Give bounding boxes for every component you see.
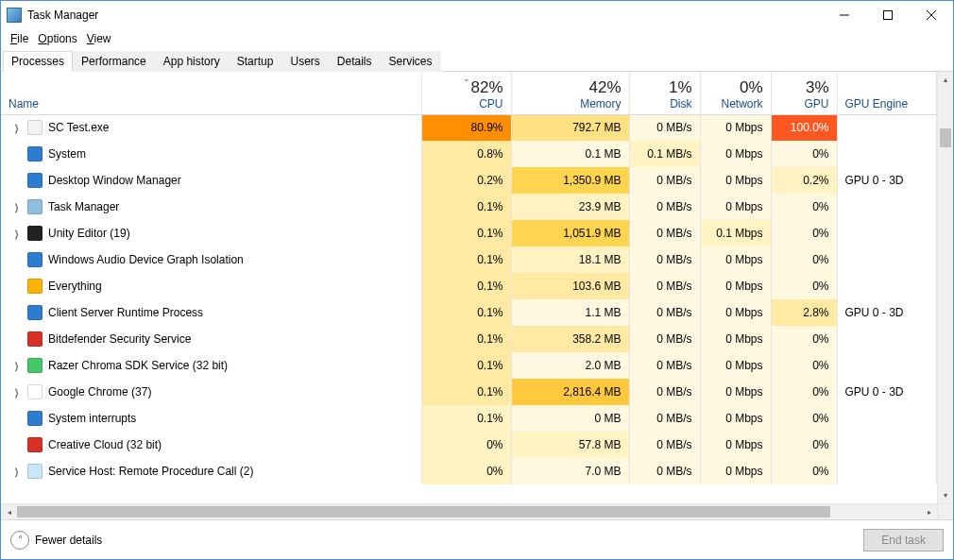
process-icon <box>27 411 43 426</box>
process-name-cell[interactable]: ❯Windows Audio Device Graph Isolation <box>1 246 421 273</box>
cpu-cell: 0.1% <box>421 273 511 299</box>
memory-cell: 1,350.9 MB <box>511 167 629 194</box>
tab-users[interactable]: Users <box>281 51 328 72</box>
table-row[interactable]: ❯Desktop Window Manager0.2%1,350.9 MB0 M… <box>1 167 937 194</box>
gpu-cell: 0% <box>771 326 837 352</box>
tab-startup[interactable]: Startup <box>229 51 282 72</box>
app-icon <box>7 8 22 23</box>
gpu-engine-cell <box>837 246 937 273</box>
network-cell: 0 Mbps <box>700 352 771 379</box>
process-name-cell[interactable]: ❯Bitdefender Security Service <box>1 326 421 352</box>
process-table-wrap: Name ⌄ 82% CPU 42% Memory 1% <box>1 72 953 503</box>
process-name-cell[interactable]: ❯Razer Chroma SDK Service (32 bit) <box>1 352 421 379</box>
tab-app-history[interactable]: App history <box>155 51 229 72</box>
scroll-down-button[interactable]: ▾ <box>938 487 953 503</box>
col-header-network[interactable]: 0% Network <box>700 72 771 114</box>
table-row[interactable]: ❯System interrupts0.1%0 MB0 MB/s0 Mbps0% <box>1 405 937 432</box>
scroll-up-button[interactable]: ▴ <box>938 72 953 88</box>
col-header-gpu[interactable]: 3% GPU <box>771 72 837 114</box>
gpu-engine-cell <box>837 458 937 484</box>
process-name-cell[interactable]: ❯Google Chrome (37) <box>1 379 421 405</box>
process-name-cell[interactable]: ❯System interrupts <box>1 405 421 432</box>
process-name-cell[interactable]: ❯Task Manager <box>1 194 421 220</box>
tab-processes[interactable]: Processes <box>3 51 73 72</box>
scroll-left-button[interactable]: ◂ <box>1 504 17 519</box>
table-row[interactable]: ❯Task Manager0.1%23.9 MB0 MB/s0 Mbps0% <box>1 194 937 220</box>
process-name-label: Bitdefender Security Service <box>48 332 191 346</box>
expand-chevron-icon[interactable]: ❯ <box>12 387 19 398</box>
memory-cell: 18.1 MB <box>511 246 629 273</box>
process-name-label: Windows Audio Device Graph Isolation <box>48 253 244 266</box>
sort-descending-icon: ⌄ <box>463 74 470 83</box>
fewer-details-button[interactable]: ˄ Fewer details <box>10 531 102 550</box>
expand-chevron-icon[interactable]: ❯ <box>12 123 19 133</box>
task-manager-window: Task Manager File Options View Processes… <box>0 0 954 560</box>
process-name-cell[interactable]: ❯Unity Editor (19) <box>1 220 421 246</box>
scroll-right-button[interactable]: ▸ <box>921 504 937 519</box>
table-row[interactable]: ❯Bitdefender Security Service0.1%358.2 M… <box>1 326 937 352</box>
expand-chevron-icon[interactable]: ❯ <box>12 467 19 477</box>
col-header-name[interactable]: Name <box>1 72 421 114</box>
process-icon <box>27 252 43 267</box>
table-row[interactable]: ❯Google Chrome (37)0.1%2,816.4 MB0 MB/s0… <box>1 379 937 405</box>
table-row[interactable]: ❯Everything0.1%103.6 MB0 MB/s0 Mbps0% <box>1 273 937 299</box>
table-row[interactable]: ❯Razer Chroma SDK Service (32 bit)0.1%2.… <box>1 352 937 379</box>
gpu-engine-cell <box>837 326 937 352</box>
process-name-cell[interactable]: ❯Creative Cloud (32 bit) <box>1 432 421 458</box>
menu-view[interactable]: View <box>83 30 115 47</box>
tab-details[interactable]: Details <box>329 51 381 72</box>
menu-file[interactable]: File <box>7 30 32 47</box>
col-header-memory[interactable]: 42% Memory <box>511 72 629 114</box>
process-table-scroll[interactable]: Name ⌄ 82% CPU 42% Memory 1% <box>1 72 937 503</box>
process-icon <box>27 120 43 135</box>
process-name-cell[interactable]: ❯Desktop Window Manager <box>1 167 421 194</box>
disk-cell: 0 MB/s <box>629 458 700 484</box>
process-name-cell[interactable]: ❯System <box>1 141 421 167</box>
end-task-button[interactable]: End task <box>863 529 944 552</box>
expand-chevron-icon[interactable]: ❯ <box>12 361 19 371</box>
process-name-cell[interactable]: ❯Service Host: Remote Procedure Call (2) <box>1 458 421 484</box>
scroll-thumb[interactable] <box>940 128 951 147</box>
gpu-cell: 0% <box>771 379 837 405</box>
gpu-cell: 0% <box>771 352 837 379</box>
table-row[interactable]: ❯Service Host: Remote Procedure Call (2)… <box>1 458 937 484</box>
process-name-label: Unity Editor (19) <box>48 227 130 240</box>
hscroll-thumb[interactable] <box>17 506 830 518</box>
disk-cell: 0 MB/s <box>629 194 700 220</box>
disk-cell: 0 MB/s <box>629 299 700 326</box>
process-name-cell[interactable]: ❯Everything <box>1 273 421 299</box>
close-button[interactable] <box>910 1 953 29</box>
cpu-cell: 0% <box>421 458 511 484</box>
table-row[interactable]: ❯Unity Editor (19)0.1%1,051.9 MB0 MB/s0.… <box>1 220 937 246</box>
col-header-gpu-engine[interactable]: GPU Engine <box>837 72 937 114</box>
minimize-button[interactable] <box>823 1 866 29</box>
table-row[interactable]: ❯Creative Cloud (32 bit)0%57.8 MB0 MB/s0… <box>1 432 937 458</box>
table-row[interactable]: ❯Windows Audio Device Graph Isolation0.1… <box>1 246 937 273</box>
process-name-label: Service Host: Remote Procedure Call (2) <box>48 465 253 478</box>
maximize-button[interactable] <box>866 1 910 29</box>
cpu-cell: 0.1% <box>421 220 511 246</box>
network-cell: 0 Mbps <box>700 194 771 220</box>
network-cell: 0 Mbps <box>700 458 771 484</box>
process-name-cell[interactable]: ❯Client Server Runtime Process <box>1 299 421 326</box>
process-icon <box>27 226 43 241</box>
tab-performance[interactable]: Performance <box>73 51 155 72</box>
expand-chevron-icon[interactable]: ❯ <box>12 202 19 212</box>
memory-cell: 792.7 MB <box>511 114 629 141</box>
menu-options[interactable]: Options <box>34 30 80 47</box>
table-row[interactable]: ❯Client Server Runtime Process0.1%1.1 MB… <box>1 299 937 326</box>
col-header-cpu[interactable]: ⌄ 82% CPU <box>421 72 511 114</box>
table-row[interactable]: ❯System0.8%0.1 MB0.1 MB/s0 Mbps0% <box>1 141 937 167</box>
hscroll-track[interactable] <box>17 504 921 519</box>
cpu-cell: 0.1% <box>421 326 511 352</box>
horizontal-scrollbar[interactable]: ◂ ▸ <box>1 503 953 519</box>
table-row[interactable]: ❯SC Test.exe80.9%792.7 MB0 MB/s0 Mbps100… <box>1 114 937 141</box>
tab-services[interactable]: Services <box>381 51 441 72</box>
vertical-scrollbar[interactable]: ▴ ▾ <box>937 72 953 503</box>
memory-cell: 2,816.4 MB <box>511 379 629 405</box>
gpu-cell: 0% <box>771 220 837 246</box>
process-name-cell[interactable]: ❯SC Test.exe <box>1 114 421 141</box>
expand-chevron-icon[interactable]: ❯ <box>12 229 19 239</box>
col-header-disk[interactable]: 1% Disk <box>629 72 700 114</box>
gpu-engine-cell <box>837 220 937 246</box>
